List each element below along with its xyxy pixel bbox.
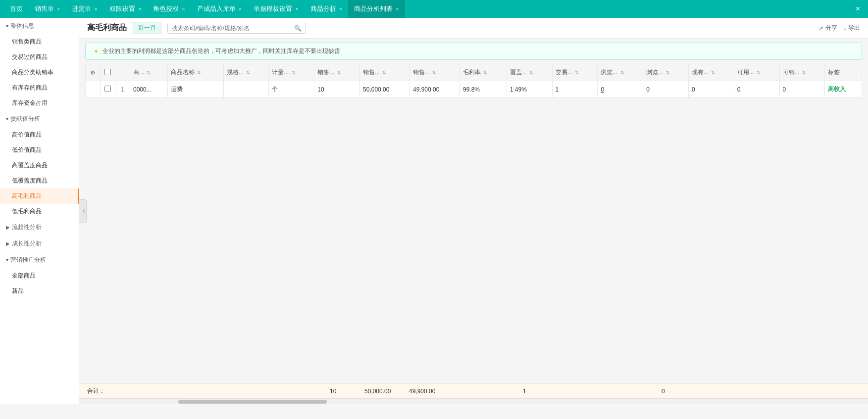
chevron-right-icon: ▶ xyxy=(6,241,10,246)
sidebar-section-growth[interactable]: ▶ 成长性分析 xyxy=(0,235,79,252)
col-sales-cost[interactable]: 销售... ⇅ xyxy=(410,64,460,81)
row-browse1-cell[interactable]: 0 xyxy=(598,81,643,98)
sidebar-section-marketing[interactable]: ▾ 营销推广分析 xyxy=(0,252,79,268)
sort-icon: ⇅ xyxy=(432,70,436,75)
nav-sales-order[interactable]: 销售单 × xyxy=(29,0,66,18)
product-table: ⚙ 商... ⇅ 商品名称 ⇅ xyxy=(85,64,862,98)
footer-sales-amount: 50,000.00 xyxy=(364,388,409,395)
nav-product-instock[interactable]: 产成品入库单 × xyxy=(191,0,248,18)
filter-month-button[interactable]: 近一月 xyxy=(133,22,161,34)
sort-icon: ⇅ xyxy=(382,70,386,75)
row-gross-rate-cell: 99.8% xyxy=(460,81,507,98)
select-all-checkbox[interactable] xyxy=(104,69,111,75)
col-current-stock[interactable]: 现有... ⇅ xyxy=(688,64,734,81)
row-checkbox[interactable] xyxy=(104,86,111,92)
nav-role-auth[interactable]: 角色授权 × xyxy=(147,0,191,18)
share-button[interactable]: ↗ 分享 xyxy=(818,24,837,32)
col-tag: 标签 xyxy=(825,64,862,81)
col-settings[interactable]: ⚙ xyxy=(86,64,101,81)
col-unit[interactable]: 计量... ⇅ xyxy=(269,64,314,81)
col-sales-qty[interactable]: 销售... ⇅ xyxy=(314,64,360,81)
sidebar-item-high-margin[interactable]: 高毛利商品 xyxy=(0,188,79,204)
table-container: ⚙ 商... ⇅ 商品名称 ⇅ xyxy=(79,60,868,383)
nav-product-analysis-list[interactable]: 商品分析列表 × xyxy=(348,0,405,18)
row-num-cell: 1 xyxy=(115,81,130,98)
header-actions: ↗ 分享 ↓ 导出 xyxy=(818,24,860,32)
col-browse1[interactable]: 浏览... ⇅ xyxy=(598,64,643,81)
col-trade-count[interactable]: 交易... ⇅ xyxy=(552,64,598,81)
col-browse2[interactable]: 浏览... ⇅ xyxy=(643,64,689,81)
close-icon[interactable]: × xyxy=(94,6,97,12)
row-available-stock-cell: 0 xyxy=(734,81,779,98)
settings-icon[interactable]: ⚙ xyxy=(90,69,96,76)
nav-template-settings[interactable]: 单据模板设置 × xyxy=(248,0,304,18)
sidebar-item-low-margin[interactable]: 低毛利商品 xyxy=(0,204,79,219)
alert-bar: ✦ 企业的主要的利润都是这部分商品创造的，可考虑加大推广，同时关注库存是不要出现… xyxy=(85,43,862,60)
col-available-stock[interactable]: 可用... ⇅ xyxy=(734,64,779,81)
row-sellable-stock-cell: 0 xyxy=(779,81,825,98)
col-spec[interactable]: 规格... ⇅ xyxy=(223,64,269,81)
col-gross-rate[interactable]: 毛利率 ⇅ xyxy=(460,64,507,81)
close-icon[interactable]: × xyxy=(182,6,185,12)
sort-icon: ⇅ xyxy=(802,70,806,75)
sidebar-item-inventory-capital[interactable]: 库存资金占用 xyxy=(0,95,79,111)
chevron-down-icon: ▾ xyxy=(6,257,8,263)
footer-sales-qty: 10 xyxy=(330,388,364,395)
sidebar-section-contribution[interactable]: ▾ 贡献值分析 xyxy=(0,111,79,127)
row-current-stock-cell: 0 xyxy=(688,81,734,98)
browse1-link[interactable]: 0 xyxy=(601,86,604,93)
nav-permission-settings[interactable]: 权限设置 × xyxy=(103,0,147,18)
footer-label: 合计： xyxy=(87,387,166,395)
sidebar-item-traded-goods[interactable]: 交易过的商品 xyxy=(0,49,79,65)
sidebar-item-high-coverage[interactable]: 高覆盖度商品 xyxy=(0,158,79,173)
row-checkbox-cell[interactable] xyxy=(101,81,115,98)
sidebar-section-overall[interactable]: ▾ 整体信息 xyxy=(0,18,79,34)
row-code-cell: 0000... xyxy=(130,81,168,98)
close-icon[interactable]: × xyxy=(239,6,242,12)
nav-product-analysis[interactable]: 商品分析 × xyxy=(305,0,348,18)
close-icon[interactable]: × xyxy=(396,6,399,12)
horizontal-scrollbar[interactable] xyxy=(79,398,868,404)
col-num xyxy=(115,64,130,81)
sidebar-item-new-goods[interactable]: 新品 xyxy=(0,283,79,299)
search-box[interactable]: 🔍 xyxy=(167,23,306,34)
col-code[interactable]: 商... ⇅ xyxy=(130,64,168,81)
row-trade-count-cell: 1 xyxy=(552,81,598,98)
close-all-tabs-button[interactable]: × xyxy=(852,4,864,13)
footer-available-stock: 0 xyxy=(662,388,696,395)
col-sales-amount[interactable]: 销售... ⇅ xyxy=(360,64,410,81)
row-sales-cost-cell: 49,900.00 xyxy=(410,81,460,98)
col-checkbox[interactable] xyxy=(101,64,115,81)
sidebar-item-in-stock-goods[interactable]: 有库存的商品 xyxy=(0,80,79,95)
search-icon[interactable]: 🔍 xyxy=(294,25,302,32)
row-sales-qty-cell: 10 xyxy=(314,81,360,98)
sidebar-collapse-button[interactable]: 《 xyxy=(79,199,87,223)
nav-purchase-order[interactable]: 进货单 × xyxy=(66,0,103,18)
row-settings-cell xyxy=(86,81,101,98)
sidebar-item-all-goods[interactable]: 全部商品 xyxy=(0,268,79,283)
col-name[interactable]: 商品名称 ⇅ xyxy=(167,64,223,81)
sidebar-item-high-value[interactable]: 高价值商品 xyxy=(0,127,79,142)
close-icon[interactable]: × xyxy=(295,6,298,12)
sidebar-section-trend[interactable]: ▶ 流趋性分析 xyxy=(0,219,79,235)
share-icon: ↗ xyxy=(818,25,823,32)
close-icon[interactable]: × xyxy=(138,6,141,12)
scrollbar-thumb[interactable] xyxy=(178,400,327,404)
close-icon[interactable]: × xyxy=(339,6,342,12)
sidebar-item-sales-goods[interactable]: 销售类商品 xyxy=(0,34,79,49)
sort-icon: ⇅ xyxy=(483,70,487,75)
sort-icon: ⇅ xyxy=(666,70,670,75)
row-cover-rate-cell: 1.49% xyxy=(507,81,552,98)
alert-icon: ✦ xyxy=(94,48,99,55)
nav-home[interactable]: 首页 xyxy=(4,0,29,18)
col-cover-rate[interactable]: 覆盖... ⇅ xyxy=(507,64,552,81)
sidebar-item-low-value[interactable]: 低价值商品 xyxy=(0,142,79,158)
row-unit-cell: 个 xyxy=(269,81,314,98)
close-icon[interactable]: × xyxy=(57,6,60,12)
sidebar-item-category-rate[interactable]: 商品分类助销率 xyxy=(0,65,79,80)
footer-total-bar: 合计： 10 50,000.00 49,900.00 1 0 xyxy=(79,383,868,398)
export-button[interactable]: ↓ 导出 xyxy=(843,24,860,32)
search-input[interactable] xyxy=(172,25,294,32)
col-sellable-stock[interactable]: 可销... ⇅ xyxy=(779,64,825,81)
sidebar-item-low-coverage[interactable]: 低覆盖度商品 xyxy=(0,173,79,188)
